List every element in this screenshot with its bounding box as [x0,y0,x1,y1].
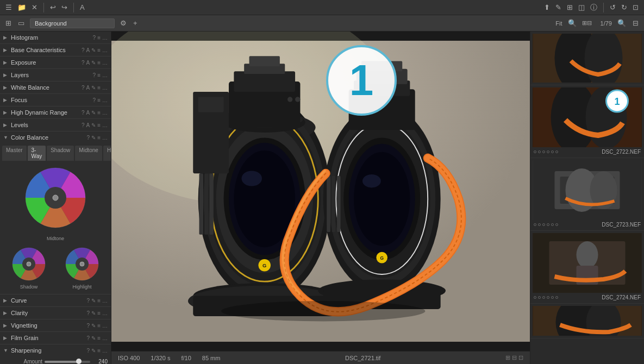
auto-icon[interactable]: A [86,60,90,66]
help-icon[interactable]: ? [82,60,85,66]
more-icon[interactable]: … [102,348,108,354]
rotate-left-icon[interactable]: ↺ [609,2,617,12]
more-icon[interactable]: … [102,335,108,341]
menu-icon[interactable]: ≡ [97,310,101,316]
menu-icon[interactable]: ≡ [97,72,101,78]
amount-thumb[interactable] [76,359,82,364]
menu-icon[interactable]: ≡ [97,298,101,304]
export-icon[interactable]: ⬆ [543,2,551,12]
filter-icon[interactable]: ⊟ [632,18,640,28]
text-icon[interactable]: A [79,2,86,12]
edit-icon[interactable]: ✎ [91,85,96,91]
amount-track[interactable] [45,361,90,363]
edit-icon[interactable]: ✎ [91,348,96,354]
menu-icon[interactable]: ≡ [97,122,101,128]
menu-icon[interactable]: ≡ [97,85,101,91]
help-icon[interactable]: ? [87,323,90,329]
help-icon[interactable]: ? [87,298,90,304]
filmstrip-item-top[interactable] [530,32,644,85]
layers-header[interactable]: ▶ Layers ? ≡ … [0,69,111,81]
highlight-wheel[interactable] [64,246,101,283]
clarity-header[interactable]: ▶ Clarity ? ✎ ≡ … [0,307,111,319]
single-view-icon[interactable]: ▭ [17,18,26,28]
sharpening-header[interactable]: ▼ Sharpening ? ✎ ≡ … [0,344,111,356]
crop-icon[interactable]: ⊡ [632,2,640,12]
grid-view-icon[interactable]: ⊞ [4,18,12,28]
more-icon[interactable]: … [102,110,108,116]
curve-header[interactable]: ▶ Curve ? ✎ ≡ … [0,294,111,306]
edit-icon[interactable]: ✎ [91,310,96,316]
auto-icon[interactable]: A [86,122,90,128]
menu-icon[interactable]: ≡ [97,60,101,66]
layer-name-input[interactable] [30,18,115,28]
more-icon[interactable]: … [102,298,108,304]
menu-icon[interactable]: ≡ [97,110,101,116]
edit-icon[interactable]: ✎ [91,47,96,53]
new-icon[interactable]: ☰ [4,2,13,12]
help-icon[interactable]: ? [82,85,85,91]
help-icon[interactable]: ? [82,47,85,53]
menu-icon[interactable]: ≡ [97,348,101,354]
menu-icon[interactable]: ≡ [97,335,101,341]
search-icon[interactable]: 🔍 [616,18,627,28]
histogram-header[interactable]: ▶ Histogram ? ≡ … [0,32,111,43]
edit-icon[interactable]: ✎ [91,335,96,341]
menu-icon[interactable]: ≡ [97,135,101,141]
more-icon[interactable]: … [102,47,108,53]
edit-icon[interactable]: ✎ [91,323,96,329]
more-icon[interactable]: … [102,135,108,141]
info-icon[interactable]: ⓘ [589,2,598,14]
edit-icon[interactable]: ✎ [91,135,96,141]
auto-icon[interactable]: A [86,85,90,91]
color-balance-header[interactable]: ▼ Color Balance ? ✎ ≡ … [0,131,111,143]
zoom-icon[interactable]: 🔍 [567,18,578,28]
more-icon[interactable]: … [102,310,108,316]
more-icon[interactable]: … [102,72,108,78]
menu-icon[interactable]: ≡ [97,323,101,329]
edit-icon[interactable]: ✎ [91,122,96,128]
edit-icon[interactable]: ✎ [91,110,96,116]
more-icon[interactable]: … [102,97,108,103]
filmstrip-item-2723[interactable]: DSC_2723.NEF [530,158,644,231]
edit-icon[interactable]: ✎ [91,60,96,66]
auto-icon[interactable]: A [86,47,90,53]
help-icon[interactable]: ? [82,122,85,128]
help-icon[interactable]: ? [87,135,90,141]
levels-header[interactable]: ▶ Levels ? A ✎ ≡ … [0,119,111,131]
tab-midtone[interactable]: Midtone [75,146,102,161]
help-icon[interactable]: ? [87,348,90,354]
vignetting-header[interactable]: ▶ Vignetting ? ✎ ≡ … [0,319,111,331]
open-icon[interactable]: 📁 [16,2,27,12]
base-characteristics-header[interactable]: ▶ Base Characteristics ? A ✎ ≡ … [0,44,111,56]
help-icon[interactable]: ? [87,310,90,316]
edit-icon[interactable]: ✎ [554,2,562,12]
settings-icon[interactable]: ⚙ [119,18,128,28]
tab-highlight[interactable]: Highlight [103,146,111,161]
auto-icon[interactable]: A [86,110,90,116]
menu-icon[interactable]: ≡ [97,35,101,41]
redo-icon[interactable]: ↪ [60,2,68,12]
film-grain-header[interactable]: ▶ Film Grain ? ✎ ≡ … [0,332,111,344]
midtone-wheel[interactable] [23,165,88,230]
help-icon[interactable]: ? [93,35,96,41]
hdr-header[interactable]: ▶ High Dynamic Range ? A ✎ ≡ … [0,106,111,118]
more-icon[interactable]: … [102,85,108,91]
help-icon[interactable]: ? [82,110,85,116]
compare-icon[interactable]: ◫ [577,2,586,12]
white-balance-header[interactable]: ▶ White Balance ? A ✎ ≡ … [0,81,111,93]
focus-header[interactable]: ▶ Focus ? ≡ … [0,94,111,106]
rotate-right-icon[interactable]: ↻ [620,2,628,12]
filmstrip-item-2724[interactable]: DSC_2724.NEF [530,231,644,304]
close-icon[interactable]: ✕ [30,2,39,12]
tab-master[interactable]: Master [2,146,27,161]
menu-icon[interactable]: ≡ [97,97,101,103]
menu-icon[interactable]: ≡ [97,47,101,53]
filmstrip-item-2725[interactable] [530,304,644,338]
more-icon[interactable]: … [102,60,108,66]
exposure-header[interactable]: ▶ Exposure ? A ✎ ≡ … [0,57,111,68]
tab-shadow[interactable]: Shadow [47,146,74,161]
shadow-wheel[interactable] [10,246,47,283]
filmstrip-item-2722[interactable]: 1 DSC_2722.NEF [530,85,644,158]
tab-3way[interactable]: 3-Way [28,146,46,161]
add-icon[interactable]: + [132,18,139,28]
